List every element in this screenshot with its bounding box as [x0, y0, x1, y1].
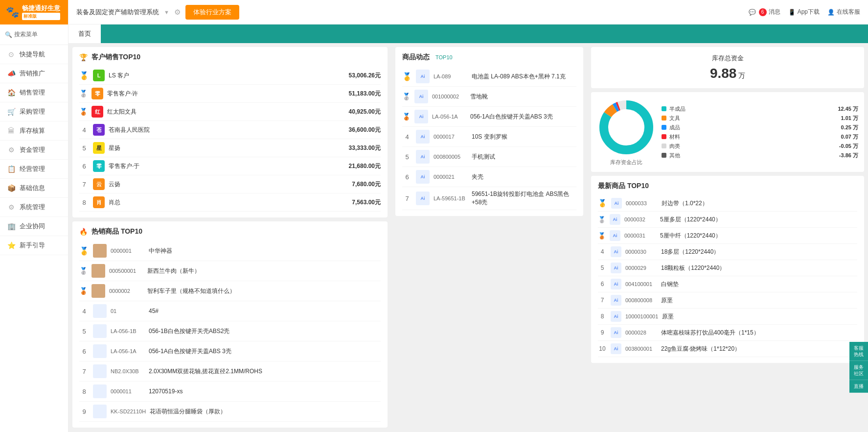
newest-product-row[interactable]: 6 Ai 004100001 白钢垫 — [598, 276, 857, 292]
legend-name: 半成品 — [669, 105, 826, 113]
rank-number: 5 — [79, 328, 89, 335]
message-btn[interactable]: 💬 6 消息 — [749, 8, 780, 16]
product-code: 01 — [111, 308, 145, 314]
sidebar-item-corp[interactable]: 🏢 企业协同 — [0, 217, 68, 236]
hot-products-card: 🔥 热销商品 TOP10 🥇 0000001 中华神器 🥈 000500001 … — [72, 221, 388, 428]
inventory-total-label: 库存总资金 — [599, 54, 856, 63]
guide-icon: ⭐ — [7, 241, 16, 250]
sidebar-item-marketing[interactable]: 📣 营销推广 — [0, 64, 68, 83]
sidebar-item-purchase[interactable]: 🛒 采购管理 — [0, 102, 68, 121]
settings-icon[interactable]: ⚙ — [174, 8, 181, 17]
customer-rank-row[interactable]: 7 云 云扬 7,680.00元 — [79, 175, 381, 193]
hot-product-row[interactable]: 6 LA-056-1A 056-1A白色按键开关盖ABS 3壳 — [79, 341, 381, 361]
hot-product-row[interactable]: 4 01 45# — [79, 301, 381, 321]
float-btn-community[interactable]: 服务 社区 — [849, 361, 868, 380]
newest-name: 5厘多层（1220*2440） — [660, 216, 857, 224]
hot-product-row[interactable]: 7 NB2.0X30B 2.0X30MM双搓花轴,搓花直径2.1MM/ROHS — [79, 361, 381, 382]
newest-product-row[interactable]: 🥉 Ai 0000031 5厘中纤（1220*2440） — [598, 228, 857, 244]
svg-point-5 — [611, 112, 642, 143]
rank-medal: 🥇 — [402, 72, 412, 81]
sidebar-item-shortcut[interactable]: ⊙ 快捷导航 — [0, 45, 68, 64]
service-btn[interactable]: 👤 在线客服 — [827, 8, 860, 16]
shortcut-icon: ⊙ — [7, 50, 16, 59]
sidebar-item-inventory[interactable]: 🏛 库存核算 — [0, 121, 68, 141]
customer-amount: 53,006.26元 — [349, 72, 381, 80]
product-thumbnail — [93, 405, 107, 418]
left-panel: 🏆 客户销售TOP10 🥇 L LS 客户 53,006.26元 🥈 零 零售客… — [69, 43, 391, 432]
legend-value: -3.86 万 — [829, 152, 858, 159]
newest-product-row[interactable]: 8 Ai 10000100001 原垩 — [598, 309, 857, 325]
product-thumbnail — [93, 364, 107, 378]
search-label: 搜索菜单 — [14, 30, 38, 39]
corp-icon: 🏢 — [7, 222, 16, 231]
fire-icon: 🔥 — [79, 228, 88, 236]
newest-name: 5厘中纤（1220*2440） — [660, 232, 857, 240]
hot-product-row[interactable]: 9 KK-SD22110H 花语萌恒温分腿睡袋（厚款） — [79, 402, 381, 422]
newest-product-row[interactable]: 🥇 Ai 0000033 封边带（1.0*22） — [598, 195, 857, 212]
tab-home[interactable]: 首页 — [69, 24, 101, 43]
customer-rank-row[interactable]: 4 苍 苍南县人民医院 36,600.00元 — [79, 121, 381, 139]
customer-avatar: 肖 — [93, 196, 105, 208]
rank-medal: 🥉 — [402, 113, 411, 120]
customer-rank-row[interactable]: 5 星 星扬 33,333.00元 — [79, 139, 381, 157]
sidebar-item-system[interactable]: ⚙ 系统管理 — [0, 198, 68, 217]
search-menu-btn[interactable]: 🔍 搜索菜单 — [0, 24, 68, 45]
logo-badge: 标准版 — [22, 13, 60, 20]
newest-thumbnail: Ai — [611, 246, 621, 257]
product-scroll-row[interactable]: 5 Ai 000800005 手机测试 — [402, 147, 576, 167]
product-scroll-row[interactable]: 🥉 Ai LA-056-1A 056-1A白色按键开关盖ABS 3壳 — [402, 107, 576, 127]
customer-rank-row[interactable]: 🥇 L LS 客户 53,006.26元 — [79, 67, 381, 85]
customer-rank-row[interactable]: 6 零 零售客户·于 21,680.00元 — [79, 157, 381, 175]
legend-color — [662, 125, 666, 130]
newest-code: 0000028 — [625, 330, 657, 336]
newest-product-row[interactable]: 9 Ai 0000028 体嘧嘉枝味苏打饮品400毫升（1*15） — [598, 325, 857, 341]
logo-icon: 🐾 — [6, 6, 19, 19]
hot-product-row[interactable]: 8 0000011 12070519-xs — [79, 382, 381, 402]
product-scroll-row[interactable]: 4 Ai 0000017 10S 变刹罗猴 — [402, 127, 576, 147]
sidebar-item-basic[interactable]: 📦 基础信息 — [0, 179, 68, 198]
customer-amount: 7,680.00元 — [352, 180, 381, 189]
product-scroll-row[interactable]: 🥇 Ai LA-089 电池盖 LA-089 ABS本色+黑种 7.1克 — [402, 67, 576, 87]
sidebar-item-sales[interactable]: 🏠 销售管理 — [0, 83, 68, 102]
product-scroll-row[interactable]: 🥈 Ai 001000002 雪地靴 — [402, 87, 576, 107]
rank-medal: 🥇 — [79, 71, 89, 80]
newest-name: 22g鱼豆腐·烧烤味（1*12*20） — [661, 345, 857, 353]
hot-product-row[interactable]: 🥈 000500001 新西兰牛肉（新牛） — [79, 261, 381, 281]
rank-number: 6 — [402, 173, 412, 181]
newest-thumbnail: Ai — [611, 295, 621, 306]
hot-product-row[interactable]: 🥉 0000002 智利车子里（规格不知道填什么） — [79, 281, 381, 301]
sidebar-item-operation[interactable]: 📋 经营管理 — [0, 160, 68, 179]
customer-rank-row[interactable]: 🥉 红 红太阳文具 40,925.00元 — [79, 103, 381, 121]
customer-rank-row[interactable]: 8 肖 肖总 7,563.00元 — [79, 193, 381, 212]
product-scroll-list: 🥇 Ai LA-089 电池盖 LA-089 ABS本色+黑种 7.1克 🥈 A… — [402, 67, 576, 210]
newest-product-row[interactable]: 4 Ai 0000030 18多层（1220*2440） — [598, 244, 857, 260]
customer-avatar: 零 — [91, 88, 103, 99]
newest-product-row[interactable]: 🥈 Ai 0000032 5厘多层（1220*2440） — [598, 212, 857, 228]
float-btn-live[interactable]: 直播 — [849, 380, 868, 393]
newest-product-row[interactable]: 5 Ai 0000029 18颗粒板（1220*2440） — [598, 260, 857, 276]
customer-rank-row[interactable]: 🥈 零 零售客户·许 51,183.00元 — [79, 85, 381, 103]
legend-row: 成品 0.25 万 — [662, 124, 858, 131]
legend-row: 材料 0.07 万 — [662, 133, 858, 141]
rank-number: 8 — [79, 388, 89, 395]
sidebar-item-label: 库存核算 — [20, 126, 45, 135]
trial-button[interactable]: 体验行业方案 — [185, 5, 239, 20]
sidebar-item-guide[interactable]: ⭐ 新手引导 — [0, 236, 68, 255]
legend-color — [662, 116, 666, 120]
hot-product-row[interactable]: 🥇 0000001 中华神器 — [79, 241, 381, 261]
product-scroll-row[interactable]: 7 Ai LA-59651-1B 59651-1B旋转投影灯电池盒 ABS黑色+… — [402, 187, 576, 210]
legend-name: 其他 — [669, 152, 826, 159]
app-download-btn[interactable]: 📱 App下载 — [788, 8, 820, 16]
customer-avatar: 星 — [93, 142, 105, 154]
product-scroll-row[interactable]: 6 Ai 0000021 夹壳 — [402, 167, 576, 187]
hot-product-row[interactable]: 5 LA-056-1B 056-1B白色按键开关壳ABS2壳 — [79, 321, 381, 341]
customer-name: 苍南县人民医院 — [109, 126, 345, 134]
dropdown-icon[interactable]: ▼ — [164, 9, 169, 15]
rank-number: 10 — [598, 345, 607, 352]
newest-product-row[interactable]: 7 Ai 000800008 原垩 — [598, 292, 857, 309]
newest-products-card: 最新商品 TOP10 🥇 Ai 0000033 封边带（1.0*22） 🥈 Ai… — [591, 176, 864, 363]
float-btn-service[interactable]: 客服 热线 — [849, 342, 868, 361]
product-name: 电池盖 LA-089 ABS本色+黑种 7.1克 — [472, 72, 576, 81]
newest-product-row[interactable]: 10 Ai 003800001 22g鱼豆腐·烧烤味（1*12*20） — [598, 341, 857, 357]
sidebar-item-finance[interactable]: ⚙ 资金管理 — [0, 141, 68, 160]
